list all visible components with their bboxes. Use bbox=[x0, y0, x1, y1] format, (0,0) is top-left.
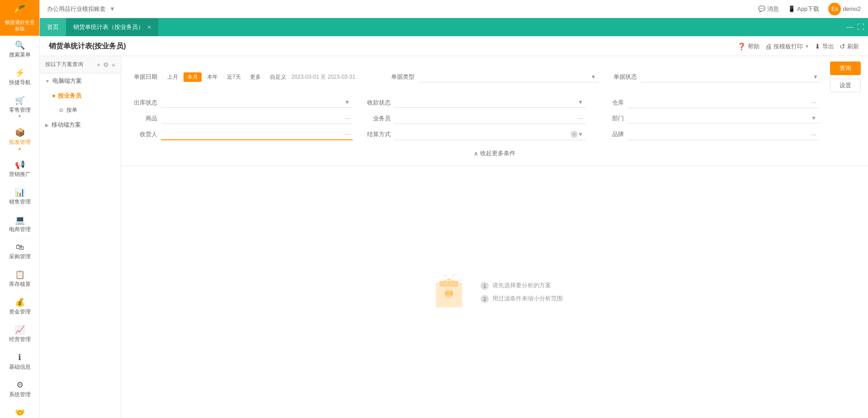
left-panel-header: 按以下方案查询 + ⚙ « bbox=[40, 56, 121, 73]
tab-home[interactable]: 首页 bbox=[40, 18, 66, 36]
sidebar-item-inventory[interactable]: 📋 库存核算 bbox=[0, 265, 39, 293]
export-btn[interactable]: ⬇ 导出 bbox=[815, 43, 834, 51]
sales-icon: 📊 bbox=[2, 187, 38, 197]
message-label: 消息 bbox=[767, 5, 779, 13]
svg-point-4 bbox=[451, 292, 453, 294]
brand-label: 品牌 bbox=[595, 130, 627, 138]
receiver-filter[interactable]: ··· bbox=[161, 128, 353, 140]
refresh-label: 刷新 bbox=[847, 43, 859, 51]
sidebar-item-quick-nav[interactable]: ⚡ 快捷导航 bbox=[0, 63, 39, 91]
sidebar-item-search[interactable]: 🔍 搜索菜单 bbox=[0, 36, 39, 63]
salesperson-filter[interactable]: ··· bbox=[394, 113, 586, 124]
sidebar-item-wholesale[interactable]: 📦 批发管理 ▲ bbox=[0, 123, 39, 155]
brand-filter[interactable]: ··· bbox=[627, 129, 819, 140]
settings-button[interactable]: 设置 bbox=[830, 79, 861, 92]
user-menu[interactable]: Ea demo2 bbox=[828, 3, 861, 15]
hint-text-1: 请先选择要分析的方案 bbox=[492, 281, 551, 290]
purchase-icon: 🛍 bbox=[2, 242, 38, 252]
sidebar-item-basic-info-label: 基础信息 bbox=[2, 363, 38, 371]
filter-row-2: 出库状态 ▼ 收款状态 ▼ 仓库 bbox=[128, 97, 861, 108]
app-download-label: App下载 bbox=[797, 5, 819, 13]
warehouse-filter[interactable]: ··· bbox=[627, 97, 819, 108]
sidebar-item-ecommerce[interactable]: 💻 电商管理 bbox=[0, 210, 39, 238]
header-left: 办公用品行业模拟账套 ▼ bbox=[47, 5, 115, 13]
tree-expand-icon: ▼ bbox=[45, 79, 50, 84]
settlement-clear-btn[interactable]: × bbox=[571, 131, 578, 138]
sidebar-item-operations[interactable]: 📈 经营管理 bbox=[0, 320, 39, 348]
date-filter[interactable]: 上月 本月 本年 近7天 更多 自定义 2023-03-01 至 2023-03… bbox=[161, 71, 377, 84]
tree-item-desktop[interactable]: ▼ 电脑端方案 bbox=[40, 73, 121, 89]
refresh-btn[interactable]: ↺ 刷新 bbox=[840, 43, 859, 51]
help-btn[interactable]: ❓ 帮助 bbox=[737, 43, 760, 51]
sidebar: 🍊 畅捷通好生意 标版 🔍 搜索菜单 ⚡ 快捷导航 🛒 零售管理 ▼ 📦 批发管… bbox=[0, 0, 40, 418]
tab-close-btn[interactable]: × bbox=[147, 24, 151, 31]
goods-dots-icon: ··· bbox=[344, 114, 350, 122]
settlement-filter[interactable]: × ▼ bbox=[394, 129, 586, 140]
goods-filter[interactable]: ··· bbox=[161, 113, 353, 124]
refresh-icon: ↺ bbox=[840, 43, 845, 51]
out-status-filter[interactable]: ▼ bbox=[161, 97, 353, 108]
query-btns-area: 查询 设置 bbox=[826, 62, 861, 92]
sidebar-item-quick-nav-label: 快捷导航 bbox=[2, 79, 38, 86]
username: demo2 bbox=[843, 5, 861, 12]
collapse-btn[interactable]: ∧ 收起更多条件 bbox=[471, 147, 518, 160]
sidebar-item-basic-info[interactable]: ℹ 基础信息 bbox=[0, 348, 39, 375]
empty-hint-2: 2 用过滤条件来缩小分析范围 bbox=[481, 294, 563, 303]
settings-scheme-btn[interactable]: ⚙ bbox=[103, 61, 109, 68]
app-logo[interactable]: 🍊 畅捷通好生意 标版 bbox=[0, 0, 39, 36]
doc-status-filter[interactable]: ▼ bbox=[641, 72, 821, 82]
tab-active[interactable]: 销货单统计表（按业务员） × bbox=[66, 18, 158, 36]
header-right: 💬 消息 📱 App下载 Ea demo2 bbox=[758, 3, 861, 15]
app-download-btn[interactable]: 📱 App下载 bbox=[788, 5, 819, 13]
phone-icon: 📱 bbox=[788, 5, 795, 12]
collapse-panel-btn[interactable]: « bbox=[112, 61, 115, 68]
minimize-icon[interactable]: — bbox=[846, 23, 854, 31]
sidebar-item-search-label: 搜索菜单 bbox=[2, 51, 38, 59]
date-btn-more[interactable]: 更多 bbox=[246, 72, 264, 82]
quick-nav-icon: ⚡ bbox=[2, 68, 38, 78]
sidebar-item-purchase[interactable]: 🛍 采购管理 bbox=[0, 238, 39, 265]
department-filter[interactable]: ▼ bbox=[627, 113, 819, 124]
payment-status-filter[interactable]: ▼ bbox=[394, 97, 586, 108]
tree-sub-item-salesperson[interactable]: 按业务员 bbox=[40, 89, 121, 103]
date-label: 单据日期 bbox=[128, 73, 161, 81]
sidebar-item-retail[interactable]: 🛒 零售管理 ▼ bbox=[0, 91, 39, 123]
date-btn-this-year[interactable]: 本年 bbox=[203, 72, 222, 82]
collapse-row: ∧ 收起更多条件 bbox=[128, 145, 861, 160]
add-scheme-btn[interactable]: + bbox=[97, 61, 100, 68]
receiver-dots-icon: ··· bbox=[344, 130, 350, 138]
chevron-down-icon[interactable]: ▼ bbox=[109, 5, 115, 12]
doc-status-label: 单据状态 bbox=[608, 73, 641, 81]
retail-icon: 🛒 bbox=[2, 95, 38, 105]
date-btn-this-month[interactable]: 本月 bbox=[184, 72, 202, 82]
sidebar-item-wholesale-label: 批发管理 bbox=[2, 138, 38, 146]
sidebar-item-marketing[interactable]: 📢 营销推广 bbox=[0, 155, 39, 183]
message-btn[interactable]: 💬 消息 bbox=[758, 5, 779, 13]
help-label: 帮助 bbox=[748, 43, 760, 51]
query-button[interactable]: 查询 bbox=[830, 62, 861, 75]
tree-desktop-label: 电脑端方案 bbox=[52, 77, 82, 85]
doc-type-filter[interactable]: ▼ bbox=[418, 72, 599, 82]
date-btn-7days[interactable]: 近7天 bbox=[223, 72, 245, 82]
tree-mobile-label: 移动端方案 bbox=[52, 121, 81, 129]
payment-status-arrow-icon: ▼ bbox=[578, 99, 583, 105]
tree-mobile-expand-icon: ▶ bbox=[45, 123, 49, 128]
maximize-icon[interactable]: ⛶ bbox=[857, 23, 864, 31]
sidebar-item-finance[interactable]: 💰 资金管理 bbox=[0, 293, 39, 320]
tree-item-mobile[interactable]: ▶ 移动端方案 bbox=[40, 117, 121, 133]
brand-dots-icon: ··· bbox=[811, 131, 816, 138]
ecommerce-icon: 💻 bbox=[2, 215, 38, 225]
date-btn-last-month[interactable]: 上月 bbox=[164, 72, 182, 82]
sidebar-item-system[interactable]: ⚙ 系统管理 bbox=[0, 375, 39, 403]
date-btn-custom[interactable]: 自定义 bbox=[266, 72, 290, 82]
sidebar-item-sales[interactable]: 📊 销售管理 bbox=[0, 183, 39, 210]
tree-sub-item-by-order[interactable]: ⚙ 按单 bbox=[40, 103, 121, 117]
print-btn[interactable]: 🖨 按模板打印 ▼ bbox=[765, 43, 809, 51]
tab-active-label: 销货单统计表（按业务员） bbox=[73, 23, 144, 31]
filter-row-4: 收货人 ··· 结算方式 × ▼ 品牌 bbox=[128, 128, 861, 140]
department-label: 部门 bbox=[595, 114, 627, 123]
settlement-label: 结算方式 bbox=[362, 130, 394, 138]
salesperson-label: 业务员 bbox=[362, 114, 394, 123]
sidebar-item-enterprise[interactable]: 🤝 企业协同 bbox=[0, 403, 39, 418]
svg-point-3 bbox=[445, 292, 447, 294]
